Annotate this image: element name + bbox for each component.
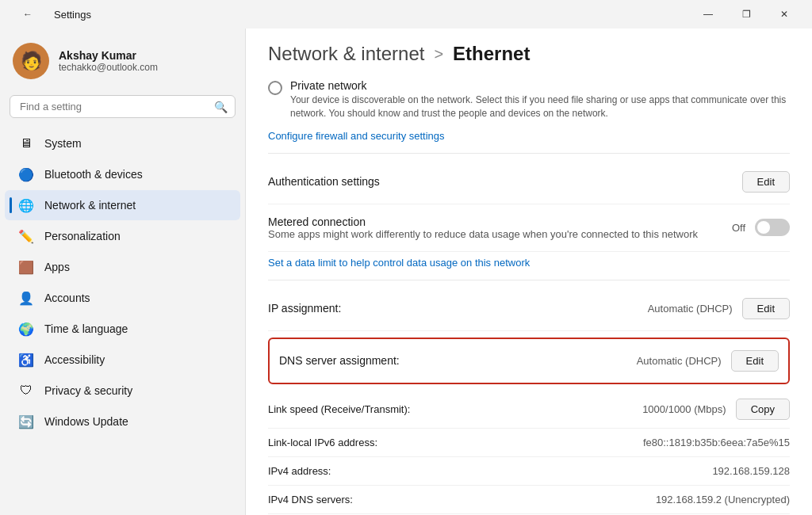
dns-assignment-edit-button[interactable]: Edit	[731, 350, 779, 372]
back-button[interactable]: ←	[10, 2, 46, 26]
sidebar-label-accounts: Accounts	[44, 292, 90, 304]
metered-description: Some apps might work differently to redu…	[268, 228, 732, 240]
search-icon: 🔍	[214, 101, 228, 113]
ip-assignment-edit-button[interactable]: Edit	[742, 298, 790, 319]
sidebar-item-personalization[interactable]: ✏️ Personalization	[5, 221, 240, 251]
info-value-link_speed: 1000/1000 (Mbps)	[642, 403, 726, 415]
copy-button-link_speed[interactable]: Copy	[736, 399, 790, 420]
dns-assignment-row: DNS server assignment: Automatic (DHCP) …	[268, 338, 790, 384]
info-row-ipv4_address: IPv4 address: 192.168.159.128	[268, 457, 790, 486]
ip-assignment-row: IP assignment: Automatic (DHCP) Edit	[268, 287, 790, 331]
privacy-icon: 🛡	[17, 382, 35, 399]
maximize-button[interactable]: ❐	[728, 2, 764, 26]
auth-edit-button[interactable]: Edit	[742, 171, 790, 193]
divider-1	[268, 153, 790, 154]
metered-label: Metered connection	[268, 216, 732, 228]
page-header: Network & internet > Ethernet	[246, 29, 812, 74]
sidebar-item-system[interactable]: 🖥 System	[5, 128, 240, 158]
dns-assignment-value: Automatic (DHCP)	[637, 355, 722, 367]
info-row-link_speed: Link speed (Receive/Transmit): 1000/1000…	[268, 391, 790, 429]
content-area: Network & internet > Ethernet Private ne…	[246, 29, 812, 515]
auth-settings-row: Authentication settings Edit	[268, 160, 790, 204]
info-row-ipv6_link_local: Link-local IPv6 address: fe80::1819:b35b…	[268, 429, 790, 457]
info-label-ipv6_link_local: Link-local IPv6 address:	[268, 437, 377, 448]
metered-toggle[interactable]	[755, 219, 790, 236]
dns-assignment-label: DNS server assignment:	[279, 354, 400, 367]
data-limit-link[interactable]: Set a data limit to help control data us…	[268, 252, 530, 273]
breadcrumb-separator: >	[431, 45, 446, 63]
close-button[interactable]: ✕	[766, 2, 802, 26]
sidebar-label-bluetooth: Bluetooth & devices	[44, 168, 143, 181]
titlebar-title: Settings	[54, 9, 91, 21]
info-label-ipv4_address: IPv4 address:	[268, 465, 331, 477]
accessibility-icon: ♿	[17, 351, 35, 368]
ip-assignment-value: Automatic (DHCP)	[648, 303, 733, 315]
personalization-icon: ✏️	[17, 227, 35, 245]
private-network-section: Private network Your device is discovera…	[246, 74, 812, 331]
user-name: Akshay Kumar	[59, 49, 158, 62]
sidebar-label-update: Windows Update	[44, 415, 128, 428]
update-icon: 🔄	[17, 413, 35, 430]
sidebar-item-network[interactable]: 🌐 Network & internet	[5, 190, 240, 220]
info-row-ipv4_dns: IPv4 DNS servers: 192.168.159.2 (Unencry…	[268, 486, 790, 514]
sidebar-label-time: Time & language	[44, 322, 128, 335]
sidebar-label-privacy: Privacy & security	[44, 384, 132, 397]
avatar: 🧑	[13, 43, 49, 79]
bluetooth-icon: 🔵	[17, 166, 35, 183]
divider-2	[268, 280, 790, 280]
metered-off-label: Off	[732, 222, 745, 234]
private-network-label: Private network	[290, 79, 790, 92]
sidebar-item-accounts[interactable]: 👤 Accounts	[5, 283, 240, 313]
sidebar-label-apps: Apps	[44, 261, 70, 273]
sidebar-item-time[interactable]: 🌍 Time & language	[5, 314, 240, 344]
toggle-knob	[757, 221, 770, 234]
system-icon: 🖥	[17, 135, 35, 152]
sidebar: 🧑 Akshay Kumar techakko@outlook.com 🔍 🖥 …	[0, 29, 246, 515]
auth-label: Authentication settings	[268, 175, 742, 188]
info-section: Link speed (Receive/Transmit): 1000/1000…	[246, 391, 812, 515]
sidebar-item-accessibility[interactable]: ♿ Accessibility	[5, 345, 240, 375]
accounts-icon: 👤	[17, 289, 35, 307]
firewall-link[interactable]: Configure firewall and security settings	[268, 125, 445, 147]
sidebar-item-bluetooth[interactable]: 🔵 Bluetooth & devices	[5, 159, 240, 189]
sidebar-label-accessibility: Accessibility	[44, 353, 105, 366]
sidebar-item-apps[interactable]: 🟫 Apps	[5, 252, 240, 282]
search-box: 🔍	[10, 95, 236, 118]
breadcrumb-current: Ethernet	[453, 43, 530, 65]
apps-icon: 🟫	[17, 258, 35, 276]
private-network-text: Private network Your device is discovera…	[290, 79, 790, 120]
titlebar: ← Settings — ❐ ✕	[0, 0, 812, 29]
info-label-link_speed: Link speed (Receive/Transmit):	[268, 403, 410, 415]
titlebar-left: ← Settings	[10, 2, 91, 26]
minimize-button[interactable]: —	[690, 2, 726, 26]
sidebar-item-privacy[interactable]: 🛡 Privacy & security	[5, 376, 240, 406]
private-network-radio[interactable]	[268, 81, 282, 95]
ip-assignment-label: IP assignment:	[268, 302, 341, 315]
titlebar-controls: — ❐ ✕	[690, 2, 802, 26]
private-network-row: Private network Your device is discovera…	[268, 74, 790, 125]
time-icon: 🌍	[17, 320, 35, 338]
nav-container: 🖥 System 🔵 Bluetooth & devices 🌐 Network…	[0, 128, 245, 437]
sidebar-label-system: System	[44, 137, 82, 150]
sidebar-item-update[interactable]: 🔄 Windows Update	[5, 406, 240, 437]
user-info: Akshay Kumar techakko@outlook.com	[59, 49, 158, 73]
user-email: techakko@outlook.com	[59, 62, 158, 73]
user-section: 🧑 Akshay Kumar techakko@outlook.com	[0, 35, 245, 92]
app-body: 🧑 Akshay Kumar techakko@outlook.com 🔍 🖥 …	[0, 29, 812, 515]
sidebar-label-personalization: Personalization	[44, 230, 121, 242]
metered-connection-row: Metered connection Some apps might work …	[268, 204, 790, 252]
info-value-ipv4_address: 192.168.159.128	[712, 465, 790, 477]
network-icon: 🌐	[17, 196, 35, 214]
search-input[interactable]	[10, 95, 236, 118]
breadcrumb-parent: Network & internet	[268, 43, 424, 65]
sidebar-label-network: Network & internet	[44, 199, 136, 212]
info-label-ipv4_dns: IPv4 DNS servers:	[268, 494, 353, 505]
info-value-ipv4_dns: 192.168.159.2 (Unencrypted)	[656, 494, 790, 505]
info-value-ipv6_link_local: fe80::1819:b35b:6eea:7a5e%15	[643, 437, 790, 448]
dns-section: DNS server assignment: Automatic (DHCP) …	[246, 331, 812, 391]
private-network-description: Your device is discoverable on the netwo…	[290, 93, 790, 120]
